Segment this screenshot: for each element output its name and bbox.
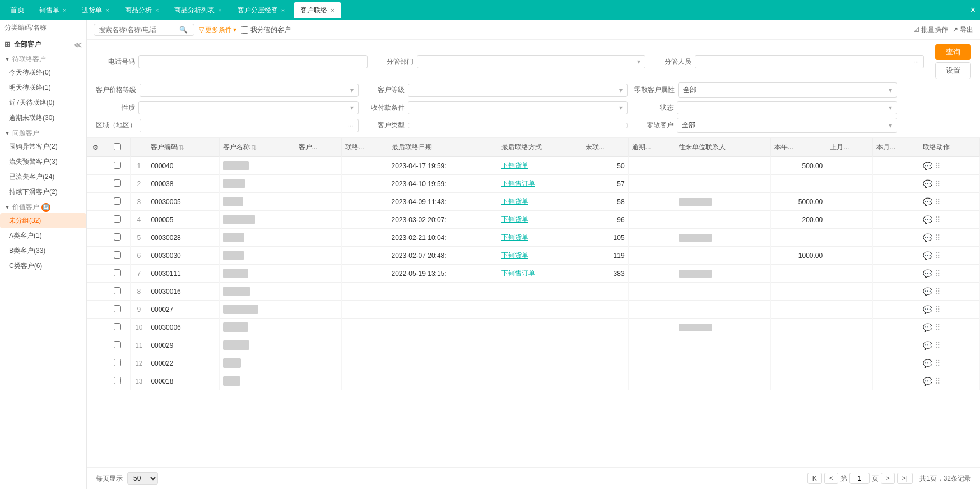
row-check[interactable] <box>105 354 131 372</box>
export-btn[interactable]: ↗ 导出 <box>953 25 973 35</box>
row-check[interactable] <box>105 229 131 247</box>
chat-action-icon[interactable]: 💬 <box>923 251 932 260</box>
close-customer-contact-icon[interactable]: × <box>331 7 334 13</box>
search-input[interactable] <box>99 26 177 34</box>
th-gear[interactable]: ⚙ <box>87 138 105 157</box>
close-customer-segment-icon[interactable]: × <box>281 7 285 13</box>
reset-button[interactable]: 设置 <box>935 62 971 79</box>
nav-tab-customer-contact[interactable]: 客户联络 × <box>294 2 341 18</box>
page-size-select[interactable]: 10 20 50 100 <box>127 472 158 485</box>
person-input[interactable]: ··· <box>695 55 924 68</box>
sidebar-item-churned[interactable]: 已流失客户(24) <box>0 169 86 184</box>
my-customers-checkbox[interactable]: 我分管的客户 <box>241 25 291 35</box>
row-check[interactable] <box>105 372 131 390</box>
sidebar-collapse-icon[interactable]: ≪ <box>73 40 82 49</box>
row-check[interactable] <box>105 175 131 193</box>
payment-select[interactable]: ▾ <box>408 101 628 114</box>
more-action-icon[interactable]: ⠿ <box>935 377 940 386</box>
sidebar-item-ungroup[interactable]: 未分组(32) <box>0 213 86 228</box>
chat-action-icon[interactable]: 💬 <box>923 215 932 224</box>
row-check[interactable] <box>105 247 131 265</box>
page-number-input[interactable] <box>849 473 870 484</box>
sidebar-item-7days[interactable]: 近7天待联络(0) <box>0 95 86 110</box>
nav-tab-product-list[interactable]: 商品分析列表 × <box>168 2 228 18</box>
close-all-icon[interactable]: × <box>970 5 976 15</box>
more-action-icon[interactable]: ⠿ <box>935 305 940 314</box>
sidebar-item-class-b[interactable]: B类客户(33) <box>0 243 86 259</box>
more-action-icon[interactable]: ⠿ <box>935 341 940 350</box>
th-code[interactable]: 客户编码⇅ <box>147 138 220 157</box>
sidebar-search-input[interactable] <box>4 24 87 31</box>
chat-action-icon[interactable]: 💬 <box>923 323 932 332</box>
search-box[interactable]: 🔍 <box>94 24 194 36</box>
query-button[interactable]: 查询 <box>935 44 971 60</box>
more-action-icon[interactable]: ⠿ <box>935 179 940 188</box>
first-page-btn[interactable]: K <box>807 473 822 484</box>
close-sales-icon[interactable]: × <box>63 7 66 13</box>
sidebar-item-overdue[interactable]: 逾期未联络(30) <box>0 110 86 126</box>
close-product-list-icon[interactable]: × <box>218 7 221 13</box>
nav-tab-customer-segment[interactable]: 客户分层经客 × <box>231 2 291 18</box>
nav-tab-sales[interactable]: 销售单 × <box>32 2 73 18</box>
dept-select[interactable]: ▾ <box>417 55 646 68</box>
chat-action-icon[interactable]: 💬 <box>923 269 932 278</box>
customer-level-select[interactable]: ▾ <box>408 84 628 97</box>
row-check[interactable] <box>105 319 131 336</box>
chat-action-icon[interactable]: 💬 <box>923 233 932 242</box>
batch-op-btn[interactable]: ☑ 批量操作 <box>913 25 948 35</box>
retail-customer-select[interactable]: 全部 ▾ <box>677 118 897 133</box>
status-select[interactable]: ▾ <box>677 101 897 114</box>
next-page-btn[interactable]: > <box>881 473 895 484</box>
more-action-icon[interactable]: ⠿ <box>935 359 940 368</box>
sidebar-search-box[interactable]: 🔍 <box>0 20 86 35</box>
my-customers-check[interactable] <box>241 26 248 34</box>
region-select[interactable]: ··· <box>140 119 359 132</box>
sidebar-group-pending[interactable]: ▼ 待联络客户 <box>0 52 86 65</box>
prev-page-btn[interactable]: < <box>824 473 838 484</box>
row-check[interactable] <box>105 193 131 211</box>
row-check[interactable] <box>105 265 131 283</box>
chat-action-icon[interactable]: 💬 <box>923 162 932 170</box>
close-purchase-icon[interactable]: × <box>105 7 109 13</box>
customer-type-select[interactable] <box>408 123 628 128</box>
chat-action-icon[interactable]: 💬 <box>923 377 932 386</box>
sidebar-item-today[interactable]: 今天待联络(0) <box>0 65 86 80</box>
nav-tab-purchase[interactable]: 进货单 × <box>75 2 115 18</box>
select-all-checkbox[interactable] <box>114 143 121 150</box>
chat-action-icon[interactable]: 💬 <box>923 197 932 206</box>
more-action-icon[interactable]: ⠿ <box>935 162 940 170</box>
price-level-select[interactable]: ▾ <box>140 84 359 97</box>
sidebar-item-tomorrow[interactable]: 明天待联络(1) <box>0 80 86 95</box>
more-conditions-btn[interactable]: ▽ 更多条件 ▾ <box>199 25 236 35</box>
sidebar-item-declining[interactable]: 持续下滑客户(2) <box>0 184 86 200</box>
more-action-icon[interactable]: ⠿ <box>935 197 940 206</box>
sidebar-all-customers-header[interactable]: ⊞ 全部客户 ≪ <box>0 35 86 52</box>
row-check[interactable] <box>105 336 131 354</box>
more-action-icon[interactable]: ⠿ <box>935 323 940 332</box>
more-action-icon[interactable]: ⠿ <box>935 269 940 278</box>
more-action-icon[interactable]: ⠿ <box>935 233 940 242</box>
more-action-icon[interactable]: ⠿ <box>935 287 940 296</box>
sidebar-item-churn-warning[interactable]: 流失预警客户(3) <box>0 154 86 169</box>
chat-action-icon[interactable]: 💬 <box>923 359 932 368</box>
row-check[interactable] <box>105 283 131 301</box>
more-action-icon[interactable]: ⠿ <box>935 215 940 224</box>
retail-attr-select[interactable]: 全部 ▾ <box>678 82 897 98</box>
nav-home[interactable]: 首页 <box>4 5 30 15</box>
more-action-icon[interactable]: ⠿ <box>935 251 940 260</box>
sidebar-group-problem[interactable]: ▼ 问题客户 <box>0 126 86 139</box>
chat-action-icon[interactable]: 💬 <box>923 179 932 188</box>
th-check[interactable] <box>105 138 131 157</box>
nav-tab-product-analysis[interactable]: 商品分析 × <box>118 2 165 18</box>
row-check[interactable] <box>105 301 131 319</box>
sidebar-group-value[interactable]: ▼ 价值客户 🔄 <box>0 200 86 213</box>
last-page-btn[interactable]: >| <box>897 473 913 484</box>
th-name[interactable]: 客户名称⇅ <box>220 138 295 157</box>
sidebar-item-class-a[interactable]: A类客户(1) <box>0 228 86 243</box>
sidebar-item-abnormal[interactable]: 囤购异常客户(2) <box>0 139 86 154</box>
sidebar-item-class-c[interactable]: C类客户(6) <box>0 259 86 274</box>
chat-action-icon[interactable]: 💬 <box>923 287 932 296</box>
nature-select[interactable]: ▾ <box>138 101 359 114</box>
chat-action-icon[interactable]: 💬 <box>923 305 932 314</box>
close-product-analysis-icon[interactable]: × <box>155 7 159 13</box>
